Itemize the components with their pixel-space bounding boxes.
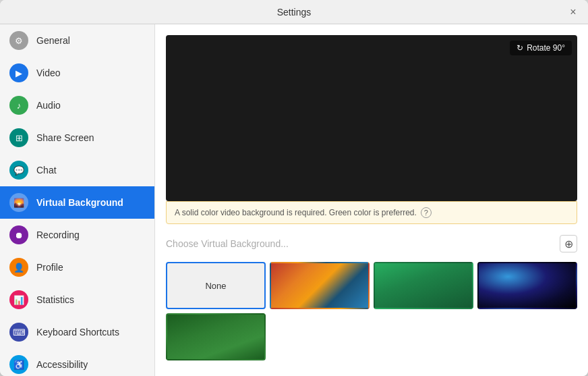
sidebar-item-label-general: General	[36, 35, 70, 46]
sidebar-item-profile[interactable]: 👤Profile	[0, 251, 154, 284]
background-thumb-grass[interactable]	[374, 262, 473, 309]
add-background-button[interactable]: ⊕	[560, 235, 577, 252]
help-icon[interactable]: ?	[421, 207, 432, 218]
sidebar-item-audio[interactable]: ♪Audio	[0, 89, 154, 122]
window-title: Settings	[277, 7, 312, 18]
background-thumb-space[interactable]	[477, 262, 577, 309]
background-thumb-golden-gate[interactable]	[270, 262, 370, 309]
audio-icon: ♪	[9, 96, 28, 115]
settings-window: Settings × ⚙General▶Video♪Audio⊞Share Sc…	[0, 0, 588, 376]
sidebar-item-label-statistics: Statistics	[36, 294, 74, 305]
keyboard-shortcuts-icon: ⌨	[9, 323, 28, 342]
sidebar-item-label-audio: Audio	[36, 100, 61, 111]
choose-section: Choose Virtual Background... ⊕	[155, 230, 588, 258]
background-thumb-forest[interactable]	[166, 313, 266, 360]
choose-label: Choose Virtual Background...	[166, 238, 289, 249]
share-screen-icon: ⊞	[9, 128, 28, 147]
rotate-button[interactable]: ↻ Rotate 90°	[510, 41, 572, 55]
sidebar-item-accessibility[interactable]: ♿Accessibility	[0, 348, 154, 376]
sidebar: ⚙General▶Video♪Audio⊞Share Screen💬Chat🌄V…	[0, 24, 155, 376]
sidebar-item-share-screen[interactable]: ⊞Share Screen	[0, 122, 154, 154]
rotate-icon: ↻	[517, 43, 523, 53]
sidebar-item-keyboard-shortcuts[interactable]: ⌨Keyboard Shortcuts	[0, 316, 154, 348]
sidebar-item-label-video: Video	[36, 68, 61, 78]
sidebar-item-chat[interactable]: 💬Chat	[0, 154, 154, 186]
general-icon: ⚙	[9, 31, 28, 50]
sidebar-item-general[interactable]: ⚙General	[0, 24, 154, 57]
recording-icon: ⏺	[9, 225, 28, 244]
sidebar-item-virtual-background[interactable]: 🌄Virtual Background	[0, 186, 154, 219]
profile-icon: 👤	[9, 258, 28, 277]
background-thumb-none[interactable]: None	[166, 262, 266, 309]
sidebar-item-video[interactable]: ▶Video	[0, 57, 154, 89]
info-bar: A solid color video background is requir…	[166, 201, 577, 224]
video-icon: ▶	[9, 63, 28, 82]
sidebar-item-label-chat: Chat	[36, 165, 57, 176]
sidebar-item-label-profile: Profile	[36, 262, 63, 273]
main-panel: ↻ Rotate 90° A solid color video backgro…	[155, 24, 588, 376]
close-button[interactable]: ×	[566, 5, 580, 19]
sidebar-item-label-recording: Recording	[36, 230, 80, 240]
sidebar-item-statistics[interactable]: 📊Statistics	[0, 284, 154, 316]
sidebar-item-label-accessibility: Accessibility	[36, 359, 88, 370]
backgrounds-grid: None	[155, 258, 588, 365]
sidebar-item-label-keyboard-shortcuts: Keyboard Shortcuts	[36, 327, 119, 338]
preview-area: ↻ Rotate 90° A solid color video backgro…	[166, 35, 577, 224]
rotate-label: Rotate 90°	[527, 43, 565, 53]
titlebar: Settings ×	[0, 0, 588, 24]
content-area: ⚙General▶Video♪Audio⊞Share Screen💬Chat🌄V…	[0, 24, 588, 376]
chat-icon: 💬	[9, 161, 28, 180]
virtual-background-icon: 🌄	[9, 193, 28, 212]
sidebar-item-label-share-screen: Share Screen	[36, 132, 94, 143]
sidebar-item-label-virtual-background: Virtual Background	[36, 197, 123, 208]
info-text: A solid color video background is requir…	[175, 208, 417, 217]
statistics-icon: 📊	[9, 290, 28, 309]
video-preview: ↻ Rotate 90°	[166, 35, 577, 201]
sidebar-item-recording[interactable]: ⏺Recording	[0, 219, 154, 251]
accessibility-icon: ♿	[9, 355, 28, 374]
